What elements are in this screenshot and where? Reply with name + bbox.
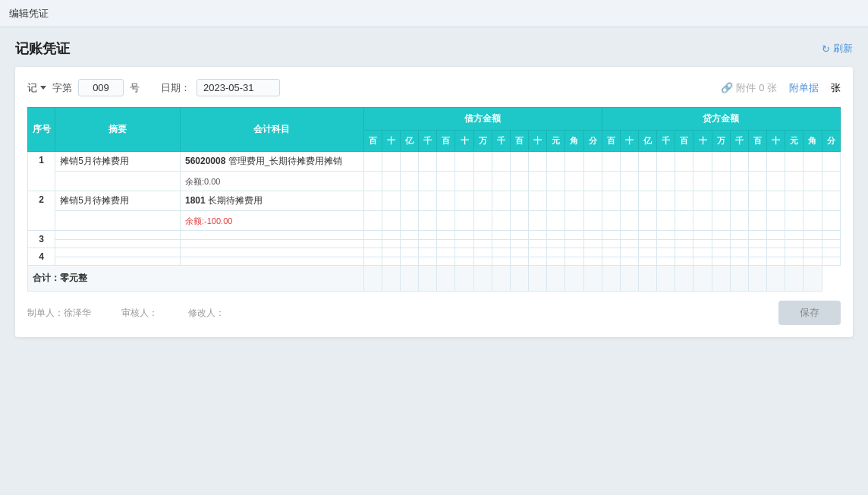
row-2-debit-0[interactable] [363,231,382,240]
row-1-debit-5[interactable] [455,191,473,211]
row-3-debit-4[interactable] [437,248,455,257]
row-1-credit-5[interactable] [693,191,712,211]
row-2-credit-1[interactable] [620,231,638,240]
row-3-debit-0[interactable] [363,248,382,257]
row-3-credit-8[interactable] [748,248,766,257]
row-0-credit-6[interactable] [712,152,730,172]
voucher-type-dropdown[interactable]: 记 [27,81,46,95]
row-2-debit-8[interactable] [510,231,528,240]
row-0-credit-8[interactable] [748,152,766,172]
row-3-credit-7[interactable] [730,248,748,257]
row-2-debit-4[interactable] [437,231,455,240]
row-account-3[interactable] [181,248,364,257]
row-2-credit-12[interactable] [822,231,840,240]
row-3-debit-9[interactable] [529,248,547,257]
row-1-credit-3[interactable] [657,191,675,211]
row-3-debit-5[interactable] [455,248,473,257]
row-1-credit-1[interactable] [620,191,638,211]
row-0-credit-11[interactable] [804,152,822,172]
row-1-debit-11[interactable] [565,191,583,211]
row-3-credit-2[interactable] [639,248,657,257]
row-2-debit-11[interactable] [565,231,583,240]
row-0-debit-6[interactable] [473,152,492,172]
row-0-debit-11[interactable] [565,152,583,172]
row-1-debit-12[interactable] [583,191,602,211]
row-account-2[interactable] [181,231,364,240]
voucher-number-input[interactable] [78,79,124,96]
row-3-debit-2[interactable] [400,248,418,257]
row-1-credit-9[interactable] [767,191,785,211]
row-2-debit-7[interactable] [492,231,510,240]
row-0-debit-1[interactable] [382,152,400,172]
row-3-credit-3[interactable] [657,248,675,257]
row-1-credit-4[interactable] [675,191,693,211]
row-1-credit-11[interactable] [804,191,822,211]
row-1-credit-7[interactable] [730,191,748,211]
row-0-debit-12[interactable] [583,152,602,172]
row-3-debit-12[interactable] [583,248,602,257]
row-2-credit-5[interactable] [693,231,712,240]
row-2-credit-3[interactable] [657,231,675,240]
row-0-credit-4[interactable] [675,152,693,172]
row-0-credit-2[interactable] [639,152,657,172]
row-3-debit-11[interactable] [565,248,583,257]
row-1-debit-1[interactable] [382,191,400,211]
row-1-debit-0[interactable] [363,191,382,211]
row-account-1[interactable]: 1801 长期待摊费用 [181,191,364,211]
row-3-credit-11[interactable] [804,248,822,257]
row-1-debit-4[interactable] [437,191,455,211]
row-2-credit-4[interactable] [675,231,693,240]
row-2-credit-10[interactable] [785,231,804,240]
row-2-debit-1[interactable] [382,231,400,240]
row-0-credit-9[interactable] [767,152,785,172]
row-0-debit-3[interactable] [419,152,437,172]
row-2-credit-2[interactable] [639,231,657,240]
row-0-debit-2[interactable] [400,152,418,172]
row-3-debit-8[interactable] [510,248,528,257]
row-summary-0[interactable]: 摊销5月待摊费用 [55,152,181,172]
row-0-debit-4[interactable] [437,152,455,172]
row-1-credit-0[interactable] [602,191,620,211]
date-input[interactable] [197,79,280,96]
row-2-debit-6[interactable] [473,231,492,240]
row-0-debit-10[interactable] [547,152,565,172]
row-0-debit-5[interactable] [455,152,473,172]
row-2-debit-2[interactable] [400,231,418,240]
row-2-debit-9[interactable] [529,231,547,240]
row-summary-1[interactable]: 摊销5月待摊费用 [55,191,181,211]
row-3-credit-0[interactable] [602,248,620,257]
row-summary-3[interactable] [55,248,181,257]
row-3-credit-1[interactable] [620,248,638,257]
row-0-credit-10[interactable] [785,152,804,172]
row-2-debit-5[interactable] [455,231,473,240]
row-2-debit-10[interactable] [547,231,565,240]
row-0-credit-1[interactable] [620,152,638,172]
row-0-credit-5[interactable] [693,152,712,172]
row-1-credit-6[interactable] [712,191,730,211]
row-3-credit-4[interactable] [675,248,693,257]
row-0-credit-12[interactable] [822,152,840,172]
save-button[interactable]: 保存 [778,301,841,325]
row-summary-2[interactable] [55,231,181,240]
row-2-credit-8[interactable] [748,231,766,240]
row-3-debit-10[interactable] [547,248,565,257]
row-2-credit-11[interactable] [804,231,822,240]
refresh-button[interactable]: ↻ 刷新 [822,42,853,55]
row-1-debit-9[interactable] [529,191,547,211]
attachment-doc-link[interactable]: 附单据 [789,81,819,95]
row-3-credit-5[interactable] [693,248,712,257]
row-0-debit-7[interactable] [492,152,510,172]
row-0-debit-8[interactable] [510,152,528,172]
row-3-debit-6[interactable] [473,248,492,257]
row-1-credit-12[interactable] [822,191,840,211]
row-1-credit-8[interactable] [748,191,766,211]
row-account-0[interactable]: 56020008 管理费用_长期待摊费用摊销 [181,152,364,172]
row-0-credit-0[interactable] [602,152,620,172]
row-3-credit-9[interactable] [767,248,785,257]
row-3-credit-6[interactable] [712,248,730,257]
row-1-debit-8[interactable] [510,191,528,211]
row-1-debit-3[interactable] [419,191,437,211]
row-2-credit-7[interactable] [730,231,748,240]
row-2-debit-3[interactable] [419,231,437,240]
row-1-debit-2[interactable] [400,191,418,211]
